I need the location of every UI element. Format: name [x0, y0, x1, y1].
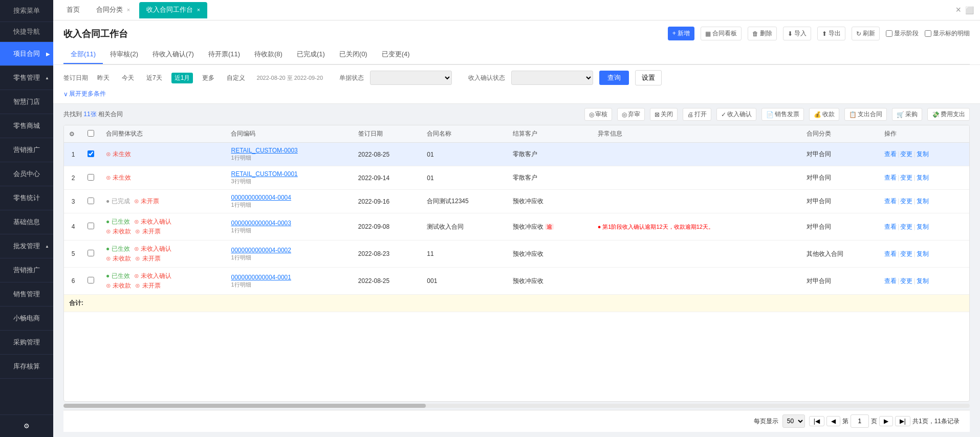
show-stages-checkbox[interactable]: 显示阶段 — [886, 29, 919, 38]
op-变更[interactable]: 变更 — [900, 174, 912, 181]
action-purchase[interactable]: 🛒 采购 — [892, 108, 922, 121]
row-checkbox[interactable] — [82, 166, 101, 190]
op-复制[interactable]: 复制 — [917, 150, 929, 158]
row-checkbox-input[interactable] — [88, 223, 94, 229]
row-checkbox[interactable] — [82, 268, 101, 295]
row-checkbox-input[interactable] — [88, 150, 94, 157]
status-tab-changed[interactable]: 已变更(4) — [375, 46, 417, 64]
doc-status-select[interactable] — [370, 71, 452, 85]
col-checkbox[interactable] — [82, 125, 101, 143]
row-code[interactable]: 0000000000004-00011行明细 — [226, 268, 353, 295]
action-close[interactable]: ⊠ 关闭 — [650, 108, 678, 121]
op-查看[interactable]: 查看 — [884, 174, 897, 181]
expand-filter-button[interactable]: ∨ 展开更多条件 — [63, 90, 106, 98]
op-查看[interactable]: 查看 — [884, 277, 897, 285]
income-confirm-select[interactable] — [511, 71, 593, 85]
action-review[interactable]: ◎ 审核 — [584, 108, 612, 121]
tab-home[interactable]: 首页 — [59, 1, 87, 19]
row-checkbox-input[interactable] — [88, 277, 94, 283]
date-btn-yesterday[interactable]: 昨天 — [94, 73, 113, 83]
op-变更[interactable]: 变更 — [900, 150, 912, 158]
op-查看[interactable]: 查看 — [884, 250, 897, 257]
op-复制[interactable]: 复制 — [917, 277, 929, 285]
op-复制[interactable]: 复制 — [917, 223, 929, 230]
row-checkbox[interactable] — [82, 143, 101, 166]
date-btn-last1m[interactable]: 近1月 — [171, 73, 193, 83]
status-tab-closed[interactable]: 已关闭(0) — [332, 46, 375, 64]
window-close-icon[interactable]: × — [955, 5, 961, 15]
row-checkbox[interactable] — [82, 241, 101, 268]
page-input[interactable] — [851, 414, 869, 428]
row-checkbox[interactable] — [82, 190, 101, 213]
action-receive[interactable]: 💰 收款 — [809, 108, 839, 121]
contract-code-link[interactable]: 0000000000004-0004 — [231, 194, 291, 201]
op-变更[interactable]: 变更 — [900, 223, 912, 230]
row-code[interactable]: 0000000000004-00041行明细 — [226, 190, 353, 213]
row-code[interactable]: RETAIL_CUSTOM-00013行明细 — [226, 166, 353, 190]
last-page-button[interactable]: ▶| — [895, 416, 910, 426]
op-复制[interactable]: 复制 — [917, 174, 929, 181]
new-button[interactable]: + 新增 — [668, 27, 694, 40]
op-查看[interactable]: 查看 — [884, 223, 897, 230]
horizontal-scrollbar[interactable] — [63, 404, 970, 408]
sidebar-item-stock-calc[interactable]: 库存核算 — [0, 355, 53, 379]
sidebar-item-xiaochangec[interactable]: 小畅电商 — [0, 307, 53, 331]
show-details-checkbox[interactable]: 显示标的明细 — [925, 29, 970, 38]
status-tab-pending-review[interactable]: 待审核(2) — [103, 46, 145, 64]
row-checkbox-input[interactable] — [88, 174, 94, 181]
col-settings[interactable]: ⚙ — [64, 125, 82, 143]
import-button[interactable]: ⬇ 导入 — [783, 27, 811, 40]
status-tab-pending-invoice[interactable]: 待开票(11) — [201, 46, 247, 64]
date-btn-last7[interactable]: 近7天 — [143, 73, 165, 83]
sidebar-item-project[interactable]: 项目合同 ▶ — [0, 42, 53, 66]
row-code[interactable]: RETAIL_CUSTOM-00031行明细 — [226, 143, 353, 166]
export-button[interactable]: ⬆ 导出 — [817, 27, 845, 40]
action-expense-out[interactable]: 💸 费用支出 — [927, 108, 970, 121]
op-查看[interactable]: 查看 — [884, 198, 897, 205]
sidebar-settings[interactable]: ⚙ — [0, 414, 53, 437]
row-code[interactable]: 0000000000004-00021行明细 — [226, 241, 353, 268]
kanban-button[interactable]: ▦ 合同看板 — [701, 27, 742, 40]
action-expense-contract[interactable]: 📋 支出合同 — [844, 108, 887, 121]
date-btn-today[interactable]: 今天 — [119, 73, 137, 83]
row-checkbox-input[interactable] — [88, 198, 94, 204]
action-income-confirm[interactable]: ✓ 收入确认 — [716, 108, 756, 121]
contract-code-link[interactable]: 0000000000004-0001 — [231, 274, 291, 281]
contract-code-link[interactable]: 0000000000004-0003 — [231, 220, 291, 227]
sidebar-item-sales-mgmt[interactable]: 销售管理 — [0, 282, 53, 307]
prev-page-button[interactable]: ◀ — [826, 416, 840, 426]
sidebar-item-member[interactable]: 会员中心 — [0, 162, 53, 186]
select-all-checkbox[interactable] — [88, 130, 94, 137]
next-page-button[interactable]: ▶ — [879, 416, 893, 426]
sidebar-item-marketing2[interactable]: 营销推广 — [0, 258, 53, 282]
contract-code-link[interactable]: RETAIL_CUSTOM-0001 — [231, 170, 297, 178]
date-btn-custom[interactable]: 自定义 — [224, 73, 248, 83]
tab-close-income-workbench[interactable]: × — [197, 7, 200, 13]
window-maximize-icon[interactable]: ⬜ — [965, 6, 974, 14]
contract-code-link[interactable]: 0000000000004-0002 — [231, 247, 291, 254]
per-page-select[interactable]: 50 — [782, 414, 805, 428]
op-变更[interactable]: 变更 — [900, 250, 912, 257]
sidebar-item-smart-store[interactable]: 智慧门店 — [0, 90, 53, 114]
row-checkbox-input[interactable] — [88, 250, 94, 256]
sidebar-item-retail-mgmt[interactable]: 零售管理 — [0, 66, 53, 90]
op-变更[interactable]: 变更 — [900, 198, 912, 205]
tab-income-workbench[interactable]: 收入合同工作台 × — [139, 2, 207, 18]
first-page-button[interactable]: |◀ — [809, 416, 824, 426]
sidebar-item-wholesale-mgmt[interactable]: 批发管理 — [0, 234, 53, 258]
action-print[interactable]: 🖨 打开 — [683, 108, 711, 121]
action-abandon[interactable]: ◎ 弃审 — [617, 108, 645, 121]
filter-settings-button[interactable]: 设置 — [635, 70, 662, 85]
row-code[interactable]: 0000000000004-00031行明细 — [226, 213, 353, 241]
status-tab-pending-receive[interactable]: 待收款(8) — [247, 46, 290, 64]
row-checkbox[interactable] — [82, 213, 101, 241]
date-btn-more[interactable]: 更多 — [199, 73, 217, 83]
show-stages-input[interactable] — [886, 30, 892, 37]
query-button[interactable]: 查询 — [599, 71, 629, 85]
op-复制[interactable]: 复制 — [917, 198, 929, 205]
sidebar-item-retail-stat[interactable]: 零售统计 — [0, 186, 53, 210]
contract-code-link[interactable]: RETAIL_CUSTOM-0003 — [231, 147, 297, 154]
op-查看[interactable]: 查看 — [884, 150, 897, 158]
refresh-button[interactable]: ↻ 刷新 — [852, 27, 880, 40]
tab-contract-cat[interactable]: 合同分类 × — [89, 1, 137, 19]
